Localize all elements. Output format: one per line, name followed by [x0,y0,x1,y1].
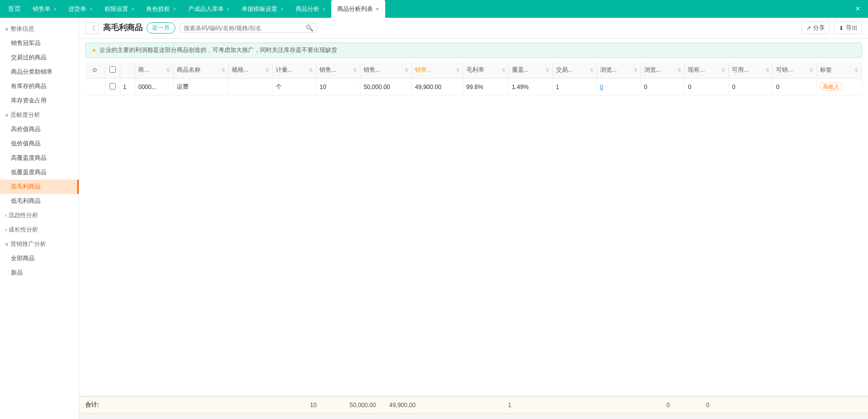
th-seq [120,62,135,79]
sidebar-group-value-analysis[interactable]: ∨ 贡献度分析 [0,108,79,122]
close-purchase-order[interactable]: × [89,6,92,12]
nav-role-permission[interactable]: 角色授权 × [140,0,182,18]
search-icon: 🔍 [306,24,313,32]
sort-available-icon: ⇅ [766,68,769,73]
nav-product-entry[interactable]: 产成品入库单 × [182,0,236,18]
sidebar: ∨ 整体信息 销售冠军品 交易过的商品 商品分类助销率 有库存的商品 库存资金占… [0,18,79,419]
th-checkbox[interactable] [105,62,120,79]
sidebar-group-trend-analysis[interactable]: › 流趋性分析 [0,208,79,223]
sort-sales-profit-icon: ⇅ [456,68,460,73]
cell-name[interactable]: 运费 [173,79,228,95]
cell-checkbox[interactable] [105,79,120,95]
th-sales-amount[interactable]: 销售...⇅ [360,62,412,79]
sidebar-item-low-margin[interactable]: 低毛利商品 [0,194,79,208]
footer-empty3 [188,402,228,409]
close-permission-settings[interactable]: × [131,6,134,12]
th-saleable[interactable]: 可销...⇅ [773,62,817,79]
sidebar-group-marketing-analysis[interactable]: ∨ 营销推广分析 [0,237,79,251]
select-all-checkbox[interactable] [109,66,116,73]
sidebar-collapse-button[interactable]: 《 [85,22,99,34]
footer-label: 合计: [85,401,99,409]
th-spec[interactable]: 规格...⇅ [228,62,272,79]
table-container[interactable]: ⚙ 商...⇅ 商品名称⇅ 规格...⇅ 计量...⇅ 销售...⇅ 销售...… [79,62,868,396]
sort-trade-count-icon: ⇅ [590,68,594,73]
export-button[interactable]: ⬇ 导出 [834,22,862,34]
share-button[interactable]: ↗ 分享 [802,22,829,34]
th-sales-profit[interactable]: 销售...⇅ [412,62,463,79]
cell-sales-profit: 49,900.00 [412,79,463,95]
footer-sales-amount: 50,000.00 [347,402,386,409]
close-all-tabs[interactable]: × [850,4,866,13]
content-area: 《 高毛利商品 近一月 🔍 ↗ 分享 ⬇ 导出 ✦ 企业的主要的利润都是这部 [79,18,868,419]
th-sales-qty[interactable]: 销售...⇅ [316,62,360,79]
footer-values: 10 50,000.00 49,900.00 1 0 0 [109,402,862,409]
footer-sales-profit: 49,900.00 [386,402,426,409]
filter-recent-month-button[interactable]: 近一月 [147,22,175,34]
nav-sales-order[interactable]: 销售单 × [27,0,62,18]
th-settings[interactable]: ⚙ [85,62,105,79]
cell-seq: 1 [120,79,135,95]
sidebar-item-low-value[interactable]: 低价值商品 [0,137,79,151]
cell-browse1[interactable]: 0 [597,79,641,95]
row-checkbox[interactable] [109,83,116,90]
sidebar-group-growth-analysis[interactable]: › 成长性分析 [0,223,79,237]
cell-unit: 个 [272,79,316,95]
close-product-analysis[interactable]: × [322,6,325,12]
share-icon: ↗ [806,25,811,32]
nav-home[interactable]: 首页 [2,0,27,18]
th-available[interactable]: 可用...⇅ [729,62,773,79]
th-code[interactable]: 商...⇅ [135,62,174,79]
close-order-template[interactable]: × [280,6,283,12]
footer-empty9 [584,402,624,409]
sidebar-item-sales-ranking[interactable]: 销售冠军品 [0,36,79,50]
sidebar-item-new-goods[interactable]: 新品 [0,266,79,280]
sidebar-item-goods-conversion[interactable]: 商品分类助销率 [0,65,79,79]
nav-product-analysis[interactable]: 商品分析 × [290,0,331,18]
cell-tag: 高收入 [817,79,862,95]
search-input[interactable] [184,25,306,32]
th-browse2[interactable]: 浏览...⇅ [641,62,685,79]
cell-coverage: 1.49% [509,79,553,95]
sidebar-item-low-freq[interactable]: 低覆盖度商品 [0,165,79,180]
search-box[interactable]: 🔍 [179,23,318,33]
sidebar-item-all-goods[interactable]: 全部商品 [0,251,79,266]
sidebar-item-inventory-goods[interactable]: 有库存的商品 [0,79,79,93]
nav-permission-settings[interactable]: 权限设置 × [99,0,140,18]
sidebar-item-high-value[interactable]: 高价值商品 [0,122,79,137]
th-unit[interactable]: 计量...⇅ [272,62,316,79]
footer-empty8 [545,402,584,409]
footer-sales-qty: 10 [307,402,347,409]
expand-arrow-growth: › [5,227,6,233]
th-trade-count[interactable]: 交易...⇅ [553,62,597,79]
footer-available: 0 [664,402,703,409]
sort-saleable-icon: ⇅ [810,68,814,73]
sort-sales-amount-icon: ⇅ [405,68,408,73]
close-product-entry[interactable]: × [227,6,230,12]
th-tag[interactable]: 标签⇅ [817,62,862,79]
cell-saleable: 0 [773,79,817,95]
nav-product-analysis-list[interactable]: 商品分析列表 × [331,0,385,18]
sidebar-item-inventory-occupation[interactable]: 库存资金占用 [0,93,79,108]
th-browse1[interactable]: 浏览...⇅ [597,62,641,79]
footer-empty1 [109,402,149,409]
browse1-link[interactable]: 0 [600,84,604,91]
horizontal-scrollbar[interactable] [79,413,868,419]
nav-purchase-order[interactable]: 进货单 × [62,0,98,18]
data-table: ⚙ 商...⇅ 商品名称⇅ 规格...⇅ 计量...⇅ 销售...⇅ 销售...… [85,62,862,95]
close-role-permission[interactable]: × [173,6,176,12]
th-margin-rate[interactable]: 毛利率⇅ [463,62,509,79]
expand-arrow-overall: ∨ [5,26,8,32]
content-header: 《 高毛利商品 近一月 🔍 ↗ 分享 ⬇ 导出 [79,18,868,39]
close-sales-order[interactable]: × [53,6,56,12]
nav-order-template[interactable]: 单据模板设置 × [236,0,289,18]
sidebar-item-high-margin[interactable]: 高毛利商品 [0,180,79,194]
sort-coverage-icon: ⇅ [546,68,550,73]
sidebar-item-high-freq[interactable]: 高覆盖度商品 [0,151,79,165]
sidebar-group-overall-info[interactable]: ∨ 整体信息 [0,22,79,36]
th-name[interactable]: 商品名称⇅ [173,62,228,79]
th-current-stock[interactable]: 现有...⇅ [685,62,729,79]
footer-empty2 [149,402,188,409]
th-coverage[interactable]: 覆盖...⇅ [509,62,553,79]
sidebar-item-traded-goods[interactable]: 交易过的商品 [0,50,79,65]
close-product-analysis-list[interactable]: × [376,6,379,12]
